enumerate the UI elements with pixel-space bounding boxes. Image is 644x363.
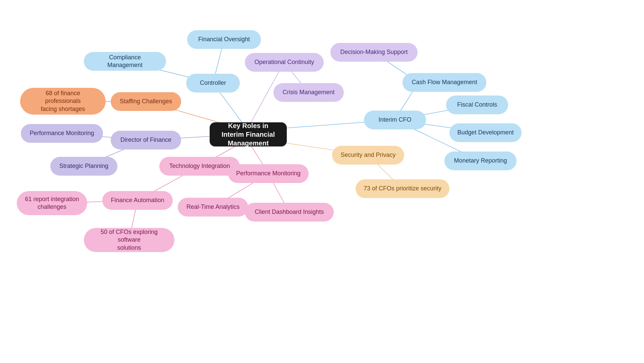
- interim-cfo-node: Interim CFO: [364, 111, 426, 129]
- strategic-planning-node: Strategic Planning: [50, 157, 117, 176]
- performance-monitoring-center-node: Performance Monitoring: [228, 164, 309, 183]
- operational-continuity-node: Operational Continuity: [245, 53, 324, 72]
- technology-integration-node: Technology Integration: [159, 157, 240, 176]
- monetary-reporting-node: Monetary Reporting: [444, 152, 517, 170]
- finance-automation-node: Finance Automation: [102, 191, 173, 210]
- center-node: Key Roles in Interim Financial Managemen…: [210, 122, 287, 146]
- fiscal-controls-node: Fiscal Controls: [446, 96, 508, 114]
- director-of-finance-node: Director of Finance: [111, 131, 181, 149]
- real-time-analytics-node: Real-Time Analytics: [178, 198, 248, 217]
- 68-finance-node: 68 of finance professionals facing short…: [20, 88, 106, 115]
- security-privacy-node: Security and Privacy: [332, 146, 404, 165]
- 50-cfos-node: 50 of CFOs exploring software solutions: [84, 228, 174, 252]
- 61-report-node: 61 report integration challenges: [17, 191, 87, 215]
- staffing-challenges-node: Staffing Challenges: [111, 92, 181, 111]
- client-dashboard-node: Client Dashboard Insights: [245, 203, 334, 222]
- controller-node: Controller: [186, 74, 240, 93]
- 73-cfos-node: 73 of CFOs prioritize security: [356, 179, 449, 198]
- decision-making-support-node: Decision-Making Support: [330, 43, 418, 62]
- performance-monitoring-left-node: Performance Monitoring: [21, 124, 103, 143]
- crisis-management-node: Crisis Management: [273, 83, 344, 102]
- budget-development-node: Budget Development: [449, 123, 522, 142]
- financial-oversight-node: Financial Oversight: [187, 30, 261, 49]
- cash-flow-management-node: Cash Flow Management: [402, 73, 486, 92]
- compliance-management-node: Compliance Management: [84, 52, 166, 71]
